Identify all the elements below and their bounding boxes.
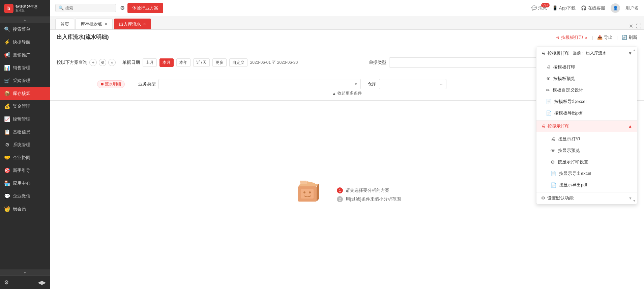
sidebar-label-member: 畅会员 (13, 206, 26, 212)
purchase-icon: 🛒 (4, 78, 10, 84)
svg-point-7 (309, 191, 311, 193)
tip-label-2: 用[过滤]条件来缩小分析范围 (346, 196, 401, 202)
tabbar-right: ✕ ⛶ (629, 23, 644, 29)
tab-batch[interactable]: 库存批次账 ✕ (76, 19, 113, 29)
display-settings-icon: ⚙ (551, 159, 555, 165)
dropdown-footer[interactable]: ⚙ 设置默认功能 ▼ (536, 192, 637, 204)
warehouse-more-icon: ··· (440, 82, 443, 86)
collapse-btn[interactable]: ▲ 收起更多条件 (332, 90, 362, 96)
date-filter-area: 单据日期 上月 本月 本年 近7天 更多 自定义 2023-06-01 至 20… (122, 58, 362, 67)
date-btn-7days[interactable]: 近7天 (193, 58, 210, 67)
close-tab-icon[interactable]: ✕ (629, 23, 633, 29)
filter-collapse-btn[interactable]: « (108, 59, 116, 66)
sidebar-label-basic: 基础信息 (13, 129, 30, 135)
date-range: 2023-06-01 至 2023-06-30 (250, 60, 298, 65)
topbar-search-box[interactable]: 🔍 (55, 4, 116, 12)
print-btn[interactable]: 🖨 按模板打印 ▲ (555, 34, 588, 41)
current-label: 当前： 出入库流水 (573, 50, 606, 56)
empty-illustration (293, 176, 323, 207)
sidebar-label-enterprise: 企业协同 (13, 155, 30, 161)
sidebar-label-inventory: 库存核算 (13, 90, 30, 97)
refresh-icon: 🔄 (622, 35, 627, 40)
chevron-up-icon: ▲ (332, 91, 336, 96)
filter-setting-btn[interactable]: ⚙ (99, 59, 106, 66)
sidebar-item-finance[interactable]: 💰 资金管理 (0, 100, 50, 113)
dropdown-item-display-settings[interactable]: ⚙ 按显示打印设置 (536, 156, 637, 168)
topbar-left: 🔍 ⚙ 体验行业方案 (55, 3, 527, 13)
tip-num-2: 2 (337, 196, 343, 202)
dropdown-item-display-excel[interactable]: 📄 按显示导出excel (536, 168, 637, 179)
dropdown-header[interactable]: 🖨 按模板打印 当前： 出入库流水 ▼ (536, 47, 637, 60)
dropdown-sub-header[interactable]: 🖨 按显示打印 ▲ (536, 121, 637, 132)
warehouse-filter[interactable]: ··· (379, 79, 446, 89)
filter-add-btn[interactable]: + (89, 59, 97, 66)
app-logo-icon: b (4, 4, 13, 13)
maximize-icon[interactable]: ⛶ (636, 23, 641, 29)
topbar-service[interactable]: 🎧 在线客服 (581, 5, 605, 11)
topbar: 🔍 ⚙ 体验行业方案 💬 消息 99+ 📱 App下载 🎧 在线客服 👤 (50, 0, 644, 16)
dropdown-item-template-preview[interactable]: 👁 按模板预览 (536, 73, 637, 84)
sidebar-item-inventory[interactable]: 📦 库存核算 (0, 87, 50, 100)
industry-btn[interactable]: 体验行业方案 (127, 3, 163, 13)
sidebar-item-marketing[interactable]: 📢 营销推广 (0, 49, 50, 61)
batch-tab-close[interactable]: ✕ (105, 22, 108, 26)
avatar[interactable]: 👤 (611, 3, 620, 13)
date-btn-last-month[interactable]: 上月 (143, 58, 157, 67)
dropdown-item-template-pdf[interactable]: 📄 按模板导出pdf (536, 107, 637, 119)
empty-tip-2: 2 用[过滤]条件来缩小分析范围 (337, 196, 401, 202)
sidebar-item-shortcut[interactable]: ⚡ 快捷导航 (0, 36, 50, 49)
sidebar-item-wechat[interactable]: 💬 企业微信 (0, 190, 50, 203)
sidebar-item-search[interactable]: 🔍 搜索菜单 (0, 23, 50, 36)
print-dropdown-panel: 🖨 按模板打印 当前： 出入库流水 ▼ 🖨 (536, 47, 637, 204)
scroll-down-btn[interactable]: ▼ (0, 269, 50, 275)
dropdown-item-display-print[interactable]: 🖨 按显示打印 (536, 133, 637, 145)
sidebar-item-purchase[interactable]: 🛒 采购管理 (0, 74, 50, 87)
topbar-msg[interactable]: 💬 消息 99+ (531, 5, 547, 11)
date-btn-this-month[interactable]: 本月 (159, 58, 174, 67)
member-icon: 👑 (4, 206, 10, 212)
dropdown-item-display-pdf[interactable]: 📄 按显示导出pdf (536, 179, 637, 191)
system-icon: ⚙ (4, 142, 10, 148)
date-btn-more[interactable]: 更多 (212, 58, 227, 67)
topbar-search-input[interactable] (65, 6, 112, 10)
home-tab-label: 首页 (60, 21, 69, 27)
sidebar-item-enterprise[interactable]: 🤝 企业协同 (0, 151, 50, 164)
dropdown-item-template-excel[interactable]: 📄 按模板导出excel (536, 96, 637, 107)
dropdown-item-template-print[interactable]: 🖨 按模板打印 (536, 61, 637, 73)
tab-home[interactable]: 首页 (55, 19, 74, 29)
panel-scroll-up[interactable]: ▲ (633, 48, 636, 52)
template-pdf-icon: 📄 (546, 110, 552, 116)
sidebar-item-system[interactable]: ⚙ 系统管理 (0, 138, 50, 151)
dropdown-item-display-preview[interactable]: 👁 按显示预览 (536, 145, 637, 156)
biz-type-arrow: ▼ (354, 82, 358, 86)
panel-scroll-down[interactable]: ▼ (633, 199, 636, 203)
topbar-gear-icon[interactable]: ⚙ (120, 5, 125, 11)
export-btn[interactable]: 📤 导出 (597, 34, 613, 41)
date-btn-custom[interactable]: 自定义 (229, 58, 247, 67)
msg-icon: 💬 (531, 5, 537, 10)
collapse-sidebar-icon[interactable]: ◀▶ (38, 279, 46, 286)
sidebar-item-guide[interactable]: 🎯 新手引导 (0, 164, 50, 177)
sidebar-item-operation[interactable]: 📈 经营管理 (0, 113, 50, 126)
empty-content: 1 请先选择要分析的方案 2 用[过滤]条件来缩小分析范围 (293, 176, 401, 213)
settings-bottom-icon[interactable]: ⚙ (4, 279, 9, 286)
sidebar-item-basic[interactable]: 📋 基础信息 (0, 126, 50, 138)
sidebar-label-marketing: 营销推广 (13, 52, 30, 58)
flow-tab-close[interactable]: ✕ (143, 22, 146, 26)
display-pdf-icon: 📄 (551, 182, 556, 188)
sidebar-item-sales[interactable]: 📊 销售管理 (0, 61, 50, 74)
sidebar-item-member[interactable]: 👑 畅会员 (0, 203, 50, 215)
template-print-icon: 🖨 (546, 64, 551, 70)
sidebar-label-guide: 新手引导 (13, 167, 30, 174)
app-name: 畅捷通好生意 标准版 (16, 4, 38, 13)
tab-flow[interactable]: 出入库流水 ✕ (114, 19, 151, 29)
sidebar-item-appstore[interactable]: 🏪 应用中心 (0, 177, 50, 190)
scroll-up-btn[interactable]: ▲ (0, 17, 50, 23)
empty-tip-1: 1 请先选择要分析的方案 (337, 187, 401, 193)
dropdown-item-template-custom[interactable]: ✏ 模板自定义设计 (536, 84, 637, 96)
refresh-btn[interactable]: 🔄 刷新 (622, 34, 637, 41)
biz-type-select[interactable]: ▼ (158, 79, 361, 89)
topbar-app[interactable]: 📱 App下载 (552, 5, 576, 11)
date-btn-this-year[interactable]: 本年 (176, 58, 191, 67)
filter-tag-area: 流水明细 (97, 80, 125, 88)
